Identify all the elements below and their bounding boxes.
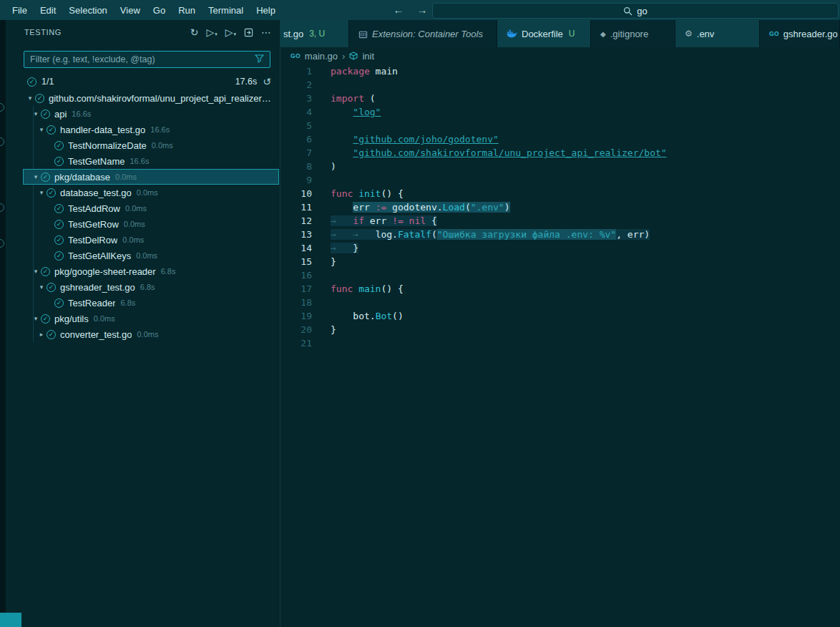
- tab-gshreader[interactable]: GOgshreader.go: [760, 20, 840, 47]
- code-line[interactable]: 17func main() {: [280, 282, 840, 296]
- test-item-testreader[interactable]: ✓TestReader6.8s: [6, 295, 280, 311]
- history-icon[interactable]: ↺: [263, 76, 271, 87]
- test-item-label: TestDelRow: [68, 235, 117, 246]
- breadcrumb-symbol[interactable]: init: [362, 51, 374, 62]
- chevron-down-icon[interactable]: ▾: [31, 110, 41, 117]
- line-number: 12: [280, 214, 312, 228]
- chevron-down-icon[interactable]: ▾: [36, 126, 47, 133]
- code-line[interactable]: 3import (: [280, 92, 840, 105]
- code-line[interactable]: 13→ → log.Fatalf("Ошибка загрузки файла …: [280, 228, 840, 241]
- tab-env[interactable]: ⚙.env: [675, 20, 760, 47]
- test-item-handler-data-test-go[interactable]: ▾✓handler-data_test.go16.6s: [6, 122, 280, 137]
- back-icon[interactable]: ←: [390, 0, 407, 20]
- code-line[interactable]: 4 "log": [280, 105, 840, 119]
- test-item-testaddrow[interactable]: ✓TestAddRow0.0ms: [6, 200, 280, 216]
- refresh-tests-icon[interactable]: ↻: [190, 27, 199, 37]
- go-file-icon: GO: [769, 30, 779, 37]
- chevron-down-icon[interactable]: ▾: [36, 283, 47, 291]
- code-line[interactable]: 18: [280, 296, 840, 309]
- code-line[interactable]: 2: [280, 78, 840, 92]
- chevron-right-icon[interactable]: ▸: [36, 331, 47, 338]
- activity-icon-fragment[interactable]: [0, 137, 4, 146]
- code-line[interactable]: 16: [280, 268, 840, 282]
- line-number: 9: [280, 173, 312, 187]
- command-center-search[interactable]: go: [432, 3, 839, 19]
- code-line[interactable]: 8): [280, 160, 840, 173]
- test-item-pkg-database[interactable]: ▾✓pkg/database0.0ms: [6, 169, 280, 185]
- code-text: → → log.Fatalf("Ошибка загрузки файла .e…: [331, 228, 650, 241]
- open-test-output-button[interactable]: [244, 28, 253, 37]
- tab-label: .gitignore: [610, 29, 648, 39]
- test-item-label: TestGetRow: [68, 219, 119, 230]
- menu-go[interactable]: Go: [147, 5, 172, 16]
- filter-icon[interactable]: [255, 53, 264, 66]
- chevron-down-icon[interactable]: ▾: [36, 189, 47, 196]
- code-line[interactable]: 11 err := godotenv.Load(".env"): [280, 200, 840, 214]
- code-line[interactable]: 20}: [280, 323, 840, 336]
- tab-handler-data-test[interactable]: st.go3, U: [280, 20, 349, 47]
- code-line[interactable]: 19 bot.Bot(): [280, 309, 840, 323]
- test-item-converter-test-go[interactable]: ▸✓converter_test.go0.0ms: [6, 326, 280, 342]
- menu-help[interactable]: Help: [250, 5, 282, 16]
- code-line[interactable]: 5: [280, 119, 840, 132]
- status-bar-fragment[interactable]: [0, 613, 21, 627]
- chevron-down-icon[interactable]: ▾: [31, 173, 41, 180]
- code-text: }: [331, 323, 336, 336]
- test-item-pkg-google-sheet-reader[interactable]: ▾✓pkg/google-sheet-reader6.8s: [6, 263, 280, 279]
- test-duration: 16.6s: [72, 110, 91, 118]
- code-line[interactable]: 7 "github.com/shakirovformal/unu_project…: [280, 146, 840, 160]
- filter-placeholder: Filter (e.g. text, !exclude, @tag): [30, 54, 255, 64]
- menu-file[interactable]: File: [6, 5, 34, 16]
- code-line[interactable]: 6 "github.com/joho/godotenv": [280, 132, 840, 146]
- test-item-gshreader-test-go[interactable]: ▾✓gshreader_test.go6.8s: [6, 279, 280, 295]
- menu-selection[interactable]: Selection: [62, 5, 113, 16]
- test-pass-icon: ✓: [41, 314, 50, 324]
- code-line[interactable]: 21: [280, 336, 840, 350]
- code-line[interactable]: 10func init() {: [280, 187, 840, 200]
- test-item-github-com-shakirovformal-unu-project-api-realizer[interactable]: ▾✓github.com/shakirovformal/unu_project_…: [6, 90, 280, 106]
- debug-tests-button[interactable]: ▷▾: [225, 27, 236, 37]
- more-actions-button[interactable]: ⋯: [261, 27, 271, 37]
- menu-edit[interactable]: Edit: [34, 5, 62, 16]
- menu-terminal[interactable]: Terminal: [202, 5, 250, 16]
- forward-icon[interactable]: →: [414, 0, 431, 20]
- chevron-down-icon[interactable]: ▾: [31, 268, 41, 275]
- test-item-testgetname[interactable]: ✓TestGetName16.6s: [6, 153, 280, 169]
- filter-input[interactable]: Filter (e.g. text, !exclude, @tag): [24, 51, 270, 68]
- code-text: ): [331, 160, 336, 173]
- test-item-api[interactable]: ▾✓api16.6s: [6, 106, 280, 122]
- test-item-testdelrow[interactable]: ✓TestDelRow0.0ms: [6, 232, 280, 248]
- symbol-namespace-icon: [349, 52, 358, 60]
- tab-gitignore[interactable]: ◆.gitignore: [591, 20, 675, 47]
- code-line[interactable]: 14→ }: [280, 241, 840, 255]
- test-item-pkg-utils[interactable]: ▾✓pkg/utils0.0ms: [6, 311, 280, 326]
- test-pass-icon: ✓: [35, 94, 44, 103]
- menu-run[interactable]: Run: [172, 5, 202, 16]
- code-text: func init() {: [331, 187, 404, 200]
- test-item-testnormalizedate[interactable]: ✓TestNormalizeDate0.0ms: [6, 137, 280, 153]
- chevron-down-icon[interactable]: ▾: [31, 315, 41, 322]
- test-item-testgetrow[interactable]: ✓TestGetRow0.0ms: [6, 216, 280, 232]
- line-number: 13: [280, 228, 312, 241]
- activity-icon-fragment[interactable]: [0, 103, 4, 112]
- test-pass-icon: ✓: [41, 110, 50, 119]
- code-text: }: [331, 255, 336, 268]
- code-line[interactable]: 1package main: [280, 64, 840, 78]
- test-item-database-test-go[interactable]: ▾✓database_test.go0.0ms: [6, 185, 280, 200]
- line-number: 6: [280, 132, 312, 146]
- code-line[interactable]: 12→ if err != nil {: [280, 214, 840, 228]
- run-all-tests-button[interactable]: ▷▾: [206, 27, 217, 37]
- activity-icon-fragment[interactable]: [0, 239, 4, 248]
- chevron-down-icon[interactable]: ▾: [25, 94, 35, 102]
- code-line[interactable]: 9: [280, 173, 840, 187]
- tab-dockerfile[interactable]: DockerfileU: [497, 20, 591, 47]
- menu-view[interactable]: View: [114, 5, 147, 16]
- line-number: 18: [280, 296, 312, 309]
- tab-extension-container-tools[interactable]: Extension: Container Tools: [349, 20, 497, 47]
- activity-icon-fragment[interactable]: [0, 203, 4, 212]
- panel-title: TESTING: [24, 28, 62, 37]
- test-item-testgetallkeys[interactable]: ✓TestGetAllKeys0.0ms: [6, 248, 280, 263]
- breadcrumb-file[interactable]: main.go: [305, 51, 338, 62]
- tab-label: st.go: [283, 29, 303, 39]
- code-line[interactable]: 15}: [280, 255, 840, 268]
